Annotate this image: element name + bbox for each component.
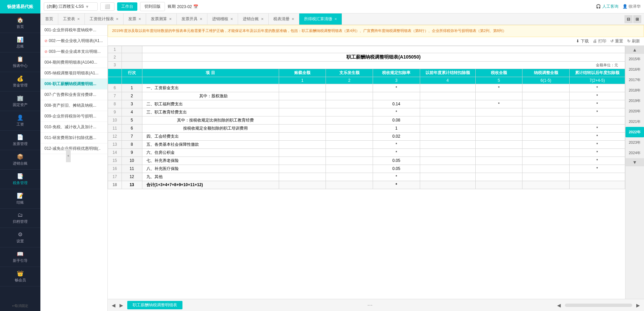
sidebar-item-guide[interactable]: 📖 新手引导 xyxy=(0,247,40,267)
table-row: 6 1 一、工资薪金支出 * * * xyxy=(108,84,625,92)
workspace-btn[interactable]: 工作台 xyxy=(117,2,137,11)
sub-menu-item-007[interactable]: 007-广告费和业务宣传费肆... xyxy=(40,90,107,100)
help-btn[interactable]: 🎧 人工客询 xyxy=(596,4,618,9)
sidebar-item-tax[interactable]: 📑 税务管理 xyxy=(0,170,40,189)
tab-prev-btn[interactable]: ⊟ xyxy=(624,15,633,23)
sidebar-item-invoice[interactable]: 📄 发票管理 xyxy=(0,131,40,150)
report-icon: 📋 xyxy=(17,56,24,62)
user-info[interactable]: 👤 徐泽华 xyxy=(622,4,641,9)
username: 徐泽华 xyxy=(629,4,641,9)
sidebar-item-close[interactable]: 📝 结账 xyxy=(0,189,40,209)
sub-menu-item-004[interactable]: 004-期间费用明细表(A1040... xyxy=(40,57,107,68)
tab-close-icon[interactable]: ✕ xyxy=(261,17,264,21)
year-scroll-down-btn[interactable]: ▼ xyxy=(625,158,644,166)
sub-menu-item-011[interactable]: 011-研发费用加计扣除优惠... xyxy=(40,133,107,143)
year-item-2016[interactable]: 2016年 xyxy=(625,64,644,75)
prev-btn[interactable]: 切到旧版 xyxy=(140,2,165,11)
tab-payslip[interactable]: 工资表 ✕ xyxy=(58,13,85,25)
sub-menu-item-003[interactable]: ⊘ 003-一般企业成本支出明细... xyxy=(40,46,107,57)
period-value: 2023-02 xyxy=(177,4,192,9)
sub-menu-label: 003-一般企业成本支出明细... xyxy=(49,49,101,55)
tab-invoice-calc[interactable]: 发票测算 ✕ xyxy=(146,13,177,25)
tab-close-icon[interactable]: ✕ xyxy=(77,17,80,21)
sub-menu-label: 001-企业所得税年度纳税申... xyxy=(44,27,96,33)
sheet-scroll-left-btn[interactable]: ◀ xyxy=(112,303,115,308)
sidebar-item-label: 首页 xyxy=(16,24,24,29)
year-item-2020[interactable]: 2020年 xyxy=(625,106,644,116)
year-item-2022[interactable]: 2022年 xyxy=(625,127,644,137)
sidebar-item-payroll[interactable]: 👤 工资 xyxy=(0,111,40,131)
tab-payroll-stat[interactable]: 工资统计报表 ✕ xyxy=(85,13,124,25)
h-scroll-left-btn[interactable]: ◀ xyxy=(557,303,561,308)
year-scroll-up-btn[interactable]: ▲ xyxy=(625,46,644,54)
row-num: 1 xyxy=(108,46,122,53)
year-item-2023[interactable]: 2023年 xyxy=(625,137,644,148)
spreadsheet-container[interactable]: 1 2 职工薪酬纳税调整明细表(A105050) 3 xyxy=(108,46,644,299)
tab-next-btn[interactable]: ⊞ xyxy=(633,15,641,23)
sidebar-item-label: 进销台账 xyxy=(13,161,28,166)
copy-btn[interactable]: ⬜ xyxy=(100,2,114,11)
tab-invoice[interactable]: 发票 ✕ xyxy=(124,13,146,25)
tab-close-icon[interactable]: ✕ xyxy=(200,17,202,21)
print-btn[interactable]: 🖨 打印 xyxy=(593,38,606,44)
year-item-2019[interactable]: 2019年 xyxy=(625,96,644,106)
tab-close-icon[interactable]: ✕ xyxy=(116,17,118,21)
year-item-2015[interactable]: 2015年 xyxy=(625,54,644,64)
sub-menu-item-010[interactable]: 010-免税、减计收入及加计... xyxy=(40,122,107,133)
tab-close-icon[interactable]: ✕ xyxy=(230,17,233,21)
company-selector[interactable]: (勿删) 江西赣宝-LSS ▼ xyxy=(44,2,98,11)
tab-invoice-open[interactable]: 发票开具 ✕ xyxy=(177,13,207,25)
refresh-btn[interactable]: ↻ 刷新 xyxy=(627,38,640,44)
sidebar-item-archive[interactable]: 🗂 归档管理 xyxy=(0,209,40,228)
sidebar-item-ledger[interactable]: 📊 总账 xyxy=(0,33,40,53)
sub-menu-item-012[interactable]: 012-减免企业所得税优惠明细(.. xyxy=(40,143,107,154)
tab-sales-verify[interactable]: 进销稽核 ✕ xyxy=(207,13,238,25)
sub-menu-item-005[interactable]: 005-纳税调整项目明细表(A1... xyxy=(40,68,107,79)
tab-close-icon[interactable]: ✕ xyxy=(169,17,172,21)
tab-sales-ledger[interactable]: 进销台账 ✕ xyxy=(238,13,269,25)
year-item-2018[interactable]: 2018年 xyxy=(625,85,644,96)
year-item-2017[interactable]: 2017年 xyxy=(625,75,644,85)
year-panel: ▲ 2015年 2016年 2017年 2018年 2019年 2020年 20… xyxy=(625,46,644,299)
sidebar-item-finance[interactable]: 💰 资金管理 xyxy=(0,72,40,92)
year-item-2024[interactable]: 2024年 xyxy=(625,148,644,158)
year-item-2021[interactable]: 2021年 xyxy=(625,116,644,127)
col-G-header: 税收全额 xyxy=(475,69,522,77)
sub-menu-item-002[interactable]: ⊘ 002-一般企业收入明细表(A1... xyxy=(40,36,107,46)
notice-text: 2019年度涉及取以前年度结转数据的申报表单元格需要手工维护正确，才能保证本年及… xyxy=(112,29,506,33)
error-icon: ⊘ xyxy=(44,39,47,43)
sheet-scroll-right-btn[interactable]: ▶ xyxy=(120,303,123,308)
sub-menu-item-009[interactable]: 009-企业所得税弥补亏损明... xyxy=(40,111,107,122)
reset-btn[interactable]: ↺ 重置 xyxy=(610,38,623,44)
sidebar-item-assets[interactable]: 🏢 固定资产 xyxy=(0,92,40,111)
sidebar-item-sales[interactable]: 📦 进销台账 xyxy=(0,150,40,170)
sub-menu-item-008[interactable]: 008-资产折旧、摊销及纳税... xyxy=(40,100,107,111)
sidebar-item-label: 资金管理 xyxy=(13,83,28,88)
sub-menu-label: 005-纳税调整项目明细表(A1... xyxy=(44,70,99,76)
tab-tax-register[interactable]: 税表清册 ✕ xyxy=(269,13,299,25)
sidebar-item-report[interactable]: 📋 报表中心 xyxy=(0,53,40,72)
sub-menu-item-006[interactable]: 006-职工薪酬纳税调整明细... xyxy=(40,79,107,90)
tab-close-icon[interactable]: ✕ xyxy=(292,17,294,21)
horizontal-scrollbar[interactable] xyxy=(565,304,632,307)
tab-label: 工资统计报表 xyxy=(90,16,114,22)
sidebar-item-member[interactable]: 👑 畅会员 xyxy=(0,267,40,286)
calendar-icon[interactable]: 📅 xyxy=(193,4,198,9)
sub-menu-item-001[interactable]: 001-企业所得税年度纳税申... xyxy=(40,25,107,36)
tab-income-tax[interactable]: 所得税汇算清缴 ✕ xyxy=(299,13,342,25)
tab-close-icon[interactable]: ✕ xyxy=(334,17,337,21)
sheet-options-btn[interactable]: ⋯ xyxy=(367,302,373,308)
cancel-fixed-btn[interactable]: ↩取消固定 xyxy=(0,301,40,311)
sidebar-item-home[interactable]: 🏠 首页 xyxy=(0,13,40,33)
h-scroll-right-btn[interactable]: ▶ xyxy=(636,303,640,308)
reset-icon: ↺ xyxy=(610,39,614,43)
tab-home[interactable]: 首页 xyxy=(40,13,58,25)
sidebar-item-settings[interactable]: ⚙ 设置 xyxy=(0,228,40,247)
download-btn[interactable]: ⬇ 下载 xyxy=(576,38,589,44)
collapse-toggle[interactable]: « xyxy=(66,149,71,162)
tab-close-icon[interactable]: ✕ xyxy=(138,17,141,21)
spreadsheet-title: 职工薪酬纳税调整明细表(A105050) xyxy=(142,53,625,61)
sheet-tab[interactable]: 职工薪酬纳税调整明细表 xyxy=(127,301,182,309)
table-row: 11 6 按税收规定全额扣除的职工培训费用 1 * xyxy=(108,124,625,132)
close-period-icon: 📝 xyxy=(17,193,24,199)
